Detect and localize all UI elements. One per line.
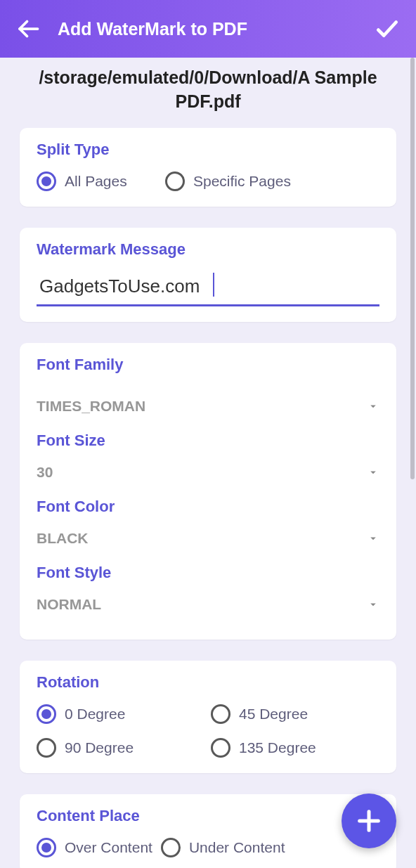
font-family-title: Font Family bbox=[37, 356, 379, 374]
split-type-options: All Pages Specific Pages bbox=[37, 171, 379, 191]
radio-label: 135 Degree bbox=[239, 739, 316, 756]
chevron-down-icon bbox=[367, 532, 379, 545]
content-place-card: Content Place Over Content Under Content bbox=[20, 794, 396, 869]
scroll-area[interactable]: /storage/emulated/0/Download/A Sample PD… bbox=[0, 58, 416, 868]
radio-label: 0 Degree bbox=[65, 706, 125, 723]
chevron-down-icon bbox=[367, 598, 379, 611]
font-color-dropdown[interactable]: BLACK bbox=[37, 519, 379, 558]
confirm-button[interactable] bbox=[374, 15, 401, 42]
rotation-options: 0 Degree 45 Degree 90 Degree 135 Degree bbox=[37, 704, 379, 758]
back-button[interactable] bbox=[15, 16, 41, 41]
dropdown-value: 30 bbox=[37, 464, 53, 481]
radio-under-content[interactable]: Under Content bbox=[161, 838, 285, 857]
radio-label: Under Content bbox=[189, 839, 285, 856]
scrollbar[interactable] bbox=[410, 58, 415, 479]
radio-label: All Pages bbox=[65, 173, 127, 190]
radio-label: Over Content bbox=[65, 839, 152, 856]
radio-icon bbox=[161, 838, 181, 857]
radio-90-degree[interactable]: 90 Degree bbox=[37, 738, 205, 758]
font-color-title: Font Color bbox=[37, 498, 379, 516]
fab-add-button[interactable] bbox=[342, 793, 396, 848]
chevron-down-icon bbox=[367, 400, 379, 413]
radio-45-degree[interactable]: 45 Degree bbox=[211, 704, 379, 724]
radio-135-degree[interactable]: 135 Degree bbox=[211, 738, 379, 758]
watermark-message-card: Watermark Message bbox=[20, 228, 396, 322]
font-style-dropdown[interactable]: NORMAL bbox=[37, 585, 379, 624]
content-place-options: Over Content Under Content bbox=[37, 838, 379, 857]
split-type-title: Split Type bbox=[37, 141, 379, 159]
radio-label: Specific Pages bbox=[193, 173, 291, 190]
radio-label: 90 Degree bbox=[65, 739, 134, 756]
radio-icon bbox=[211, 738, 230, 758]
dropdown-value: BLACK bbox=[37, 530, 89, 547]
radio-0-degree[interactable]: 0 Degree bbox=[37, 704, 205, 724]
font-size-dropdown[interactable]: 30 bbox=[37, 453, 379, 492]
font-size-title: Font Size bbox=[37, 432, 379, 450]
font-style-title: Font Style bbox=[37, 564, 379, 582]
chevron-down-icon bbox=[367, 466, 379, 479]
rotation-card: Rotation 0 Degree 45 Degree 90 Degree 13… bbox=[20, 661, 396, 773]
dropdown-value: NORMAL bbox=[37, 596, 101, 613]
radio-icon bbox=[37, 171, 56, 191]
check-icon bbox=[374, 15, 401, 42]
page-title: Add WaterMark to PDF bbox=[58, 19, 357, 39]
radio-icon bbox=[37, 704, 56, 724]
app-header: Add WaterMark to PDF bbox=[0, 0, 416, 58]
watermark-input[interactable] bbox=[37, 271, 379, 306]
radio-icon bbox=[37, 738, 56, 758]
radio-specific-pages[interactable]: Specific Pages bbox=[165, 171, 291, 191]
split-type-card: Split Type All Pages Specific Pages bbox=[20, 128, 396, 207]
radio-icon bbox=[37, 838, 56, 857]
arrow-left-icon bbox=[15, 16, 41, 41]
text-cursor bbox=[213, 273, 214, 297]
plus-icon bbox=[355, 807, 383, 835]
file-path: /storage/emulated/0/Download/A Sample PD… bbox=[0, 58, 416, 128]
font-family-dropdown[interactable]: TIMES_ROMAN bbox=[37, 387, 379, 426]
radio-icon bbox=[165, 171, 185, 191]
radio-over-content[interactable]: Over Content bbox=[37, 838, 152, 857]
font-settings-card: Font Family TIMES_ROMAN Font Size 30 Fon… bbox=[20, 343, 396, 640]
watermark-message-title: Watermark Message bbox=[37, 240, 379, 259]
radio-label: 45 Degree bbox=[239, 706, 308, 723]
dropdown-value: TIMES_ROMAN bbox=[37, 398, 145, 415]
radio-icon bbox=[211, 704, 230, 724]
rotation-title: Rotation bbox=[37, 673, 379, 692]
radio-all-pages[interactable]: All Pages bbox=[37, 171, 145, 191]
content-place-title: Content Place bbox=[37, 807, 379, 825]
